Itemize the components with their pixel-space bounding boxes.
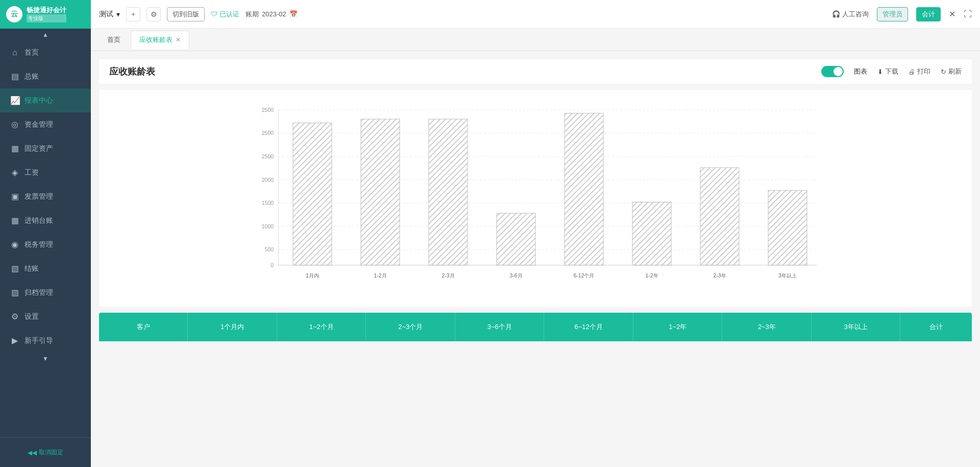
th-1-2month: 1~2个月 <box>277 313 366 341</box>
sidebar-label-sales: 进销台账 <box>24 216 53 225</box>
period-value: 2023-02 <box>262 10 286 18</box>
sidebar-item-tax[interactable]: ◉ 税务管理 <box>0 232 91 256</box>
svg-text:2500: 2500 <box>262 130 274 136</box>
sidebar-item-home[interactable]: ⌂ 首页 <box>0 41 91 64</box>
sidebar-item-guide[interactable]: ▶ 新手引导 <box>0 329 91 353</box>
svg-text:2500: 2500 <box>262 154 274 159</box>
home-icon: ⌂ <box>10 48 19 57</box>
x-label-6: 1-2年 <box>645 273 658 278</box>
chart-svg: 2500 2500 2500 2000 1500 1000 500 0 <box>109 100 962 294</box>
download-label: 下载 <box>885 67 898 76</box>
th-3-6month: 3~6个月 <box>455 313 544 341</box>
bar-8 <box>768 191 807 265</box>
pin-left-icon: ◀◀ <box>28 449 37 456</box>
invoice-icon: ▣ <box>10 192 19 201</box>
sidebar-label-close: 结账 <box>24 264 39 273</box>
sidebar-label-funds: 资金管理 <box>24 120 53 129</box>
refresh-button[interactable]: ↻ 刷新 <box>941 67 962 76</box>
sidebar-item-assets[interactable]: ▦ 固定资产 <box>0 136 91 160</box>
th-customer: 客户 <box>99 313 188 341</box>
x-label-4: 3-6月 <box>509 273 522 278</box>
th-1-2year: 1~2年 <box>633 313 722 341</box>
sidebar-scroll-down[interactable]: ▼ <box>0 353 91 365</box>
sidebar-item-sales[interactable]: ▦ 进销台账 <box>0 208 91 232</box>
th-6-12month: 6~12个月 <box>544 313 633 341</box>
topbar: 测试 ▾ ＋ ⚙ 切到旧版 🛡 已认证 账期 2023-02 📅 🎧 人工咨询 … <box>91 0 980 29</box>
sidebar-label-payroll: 工资 <box>24 168 39 177</box>
assets-icon: ▦ <box>10 144 19 153</box>
certified-label: 已认证 <box>219 10 239 19</box>
sidebar-item-invoice[interactable]: ▣ 发票管理 <box>0 184 91 208</box>
x-label-5: 6-12个月 <box>574 273 595 278</box>
reports-icon: 📈 <box>10 96 19 105</box>
sidebar-label-archive: 归档管理 <box>24 288 53 297</box>
chart-toggle[interactable] <box>821 66 844 77</box>
close-window-button[interactable]: ✕ <box>949 9 955 19</box>
x-label-7: 2-3年 <box>713 273 726 278</box>
sidebar-item-payroll[interactable]: ◈ 工资 <box>0 160 91 184</box>
sidebar-item-funds[interactable]: ◎ 资金管理 <box>0 112 91 136</box>
download-icon: ⬇ <box>877 68 883 76</box>
sidebar-item-archive[interactable]: ▨ 归档管理 <box>0 281 91 305</box>
consult-label: 人工咨询 <box>842 10 869 19</box>
consult-button[interactable]: 🎧 人工咨询 <box>832 10 869 19</box>
svg-text:2000: 2000 <box>262 177 274 183</box>
bar-4 <box>497 213 535 265</box>
settings-button[interactable]: ⚙ <box>146 7 161 21</box>
sidebar-item-settings[interactable]: ⚙ 设置 <box>0 305 91 329</box>
close-accounts-icon: ▧ <box>10 264 19 273</box>
old-version-btn[interactable]: 切到旧版 <box>167 7 205 21</box>
cancel-fixed-btn[interactable]: ◀◀ 取消固定 <box>0 443 91 462</box>
svg-text:1000: 1000 <box>262 224 274 229</box>
tab-aging[interactable]: 应收账龄表 ✕ <box>131 31 189 49</box>
svg-text:2500: 2500 <box>262 107 274 113</box>
print-button[interactable]: 🖨 打印 <box>909 67 930 76</box>
svg-text:500: 500 <box>265 247 274 252</box>
tab-home[interactable]: 首页 <box>99 31 129 49</box>
sidebar-nav: ▲ ⌂ 首页 ▤ 总账 📈 报表中心 ◎ 资金管理 ▦ 固定资产 ◈ 工资 ▣ … <box>0 29 91 437</box>
sidebar-item-ledger[interactable]: ▤ 总账 <box>0 64 91 88</box>
tabbar: 首页 应收账龄表 ✕ <box>91 29 980 51</box>
sidebar-label-settings: 设置 <box>24 312 39 321</box>
tab-close-icon[interactable]: ✕ <box>176 36 181 43</box>
ledger-icon: ▤ <box>10 72 19 81</box>
sidebar-logo: 云 畅捷通好会计 专业版 <box>0 0 91 29</box>
sidebar-item-reports[interactable]: 📈 报表中心 <box>0 88 91 112</box>
print-label: 打印 <box>917 67 930 76</box>
th-2-3year: 2~3年 <box>722 313 811 341</box>
expand-button[interactable]: ⛶ <box>964 10 972 19</box>
funds-icon: ◎ <box>10 120 19 129</box>
svg-text:0: 0 <box>271 263 274 268</box>
x-label-3: 2-3月 <box>442 273 454 278</box>
th-total: 合计 <box>900 313 972 341</box>
tax-icon: ◉ <box>10 240 19 249</box>
add-button[interactable]: ＋ <box>126 7 140 21</box>
calendar-icon[interactable]: 📅 <box>289 10 298 18</box>
th-2-3month: 2~3个月 <box>366 313 455 341</box>
print-icon: 🖨 <box>909 68 915 76</box>
sidebar-item-close[interactable]: ▧ 结账 <box>0 256 91 281</box>
app-edition: 专业版 <box>27 14 66 22</box>
x-label-1: 1月内 <box>306 273 319 278</box>
chart-toggle-label: 图表 <box>854 67 867 76</box>
bar-1-inner <box>293 123 332 265</box>
sidebar-label-tax: 税务管理 <box>24 240 53 249</box>
sidebar-label-ledger: 总账 <box>24 72 39 81</box>
accountant-button[interactable]: 会计 <box>916 7 941 21</box>
page-content: 应收账龄表 图表 ⬇ 下载 🖨 打印 <box>91 51 980 467</box>
manager-button[interactable]: 管理员 <box>877 7 908 21</box>
tab-home-label: 首页 <box>107 35 120 44</box>
logo-text-group: 畅捷通好会计 专业版 <box>27 6 66 23</box>
bar-5 <box>565 113 603 265</box>
tab-aging-label: 应收账龄表 <box>139 35 173 44</box>
report-container: 应收账龄表 图表 ⬇ 下载 🖨 打印 <box>91 51 980 467</box>
topbar-right: 🎧 人工咨询 管理员 会计 ✕ ⛶ <box>832 7 972 21</box>
sidebar-scroll-up[interactable]: ▲ <box>0 29 91 41</box>
settings-icon: ⚙ <box>10 312 19 321</box>
sidebar-label-reports: 报表中心 <box>24 96 53 105</box>
svg-text:1500: 1500 <box>262 200 274 206</box>
bar-2 <box>361 119 400 265</box>
download-button[interactable]: ⬇ 下载 <box>877 67 898 76</box>
guide-icon: ▶ <box>10 336 19 345</box>
project-selector[interactable]: 测试 ▾ <box>99 10 120 19</box>
